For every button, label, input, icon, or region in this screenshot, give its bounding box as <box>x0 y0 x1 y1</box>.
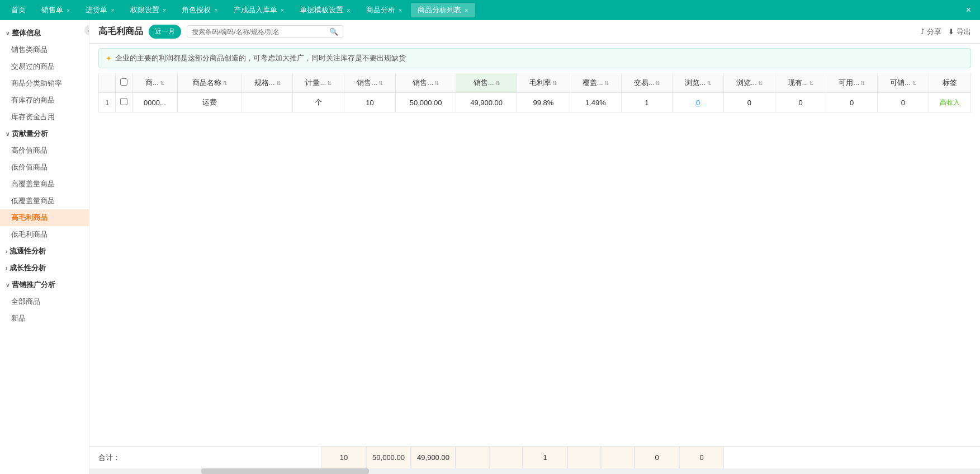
sort-icon-browse1: ⇅ <box>707 80 711 86</box>
sort-icon-sales-cost: ⇅ <box>495 80 500 86</box>
sort-icon-browse2: ⇅ <box>758 80 763 86</box>
col-sort-spec[interactable]: 规格... ⇅ <box>254 78 281 88</box>
sidebar-item-traded-goods[interactable]: 交易过的商品 <box>0 58 89 75</box>
cell-browse1[interactable]: 0 <box>673 93 724 112</box>
export-button[interactable]: ⬇ 导出 <box>948 27 971 37</box>
sidebar-item-high-coverage-goods[interactable]: 高覆盖量商品 <box>0 176 89 193</box>
sidebar-group-growth[interactable]: › 成长性分析 <box>0 260 89 276</box>
sidebar-item-high-value-goods[interactable]: 高价值商品 <box>0 142 89 159</box>
close-purchase-tab[interactable]: × <box>111 7 114 13</box>
filter-recent-month-button[interactable]: 近一月 <box>149 25 181 39</box>
horizontal-scrollbar[interactable] <box>89 468 980 474</box>
share-button[interactable]: ⤴ 分享 <box>921 27 941 37</box>
col-sort-browse2[interactable]: 浏览... ⇅ <box>736 78 763 88</box>
sidebar-group-growth-arrow: › <box>6 265 7 271</box>
col-sort-coverage[interactable]: 覆盖... ⇅ <box>583 78 609 88</box>
close-roles-tab[interactable]: × <box>214 7 217 13</box>
sidebar-item-category-sales-rate[interactable]: 商品分类助销率 <box>0 75 89 92</box>
table-row: 1 0000... 运费 <box>99 93 971 112</box>
col-header-browse1: 浏览... ⇅ <box>673 73 724 93</box>
col-header-browse2: 浏览... ⇅ <box>723 73 775 93</box>
select-all-checkbox[interactable] <box>120 78 127 86</box>
col-sort-sales-cost[interactable]: 销售... ⇅ <box>474 78 500 88</box>
col-header-name: 商品名称 ⇅ <box>177 73 242 93</box>
cell-coverage: 1.49% <box>570 93 621 112</box>
scrollbar-thumb[interactable] <box>201 468 369 474</box>
sidebar-item-low-value-goods[interactable]: 低价值商品 <box>0 159 89 176</box>
sort-icon-sales-qty: ⇅ <box>378 80 383 86</box>
sort-icon-spec: ⇅ <box>276 80 281 86</box>
cell-checkbox <box>116 93 132 112</box>
sidebar-item-high-margin-goods[interactable]: 高毛利商品 <box>0 209 89 226</box>
sidebar-item-sales-goods[interactable]: 销售类商品 <box>0 41 89 58</box>
close-all-tabs-button[interactable]: × <box>962 5 976 15</box>
nav-tab-purchase[interactable]: 进货单 × <box>79 3 121 17</box>
header-actions: ⤴ 分享 ⬇ 导出 <box>921 27 971 37</box>
nav-tab-template[interactable]: 单据模板设置 × <box>293 3 357 17</box>
row-checkbox[interactable] <box>120 98 127 105</box>
footer-bar: 合计： 10 50,000.00 49,900.00 1 <box>89 446 980 468</box>
search-input[interactable] <box>192 28 327 36</box>
nav-tab-sales[interactable]: 销售单 × <box>35 3 77 17</box>
close-goods-analysis-tab[interactable]: × <box>399 7 402 13</box>
col-sort-gross-margin[interactable]: 毛利率 ⇅ <box>529 78 557 88</box>
cell-code: 0000... <box>132 93 178 112</box>
close-inbound-tab[interactable]: × <box>281 7 284 13</box>
footer-cell-empty4 <box>601 447 635 469</box>
sidebar-item-all-goods[interactable]: 全部商品 <box>0 293 89 310</box>
col-sort-sales-amount[interactable]: 销售... ⇅ <box>413 78 439 88</box>
close-goods-analysis-list-tab[interactable]: × <box>465 7 468 13</box>
sort-icon-coverage: ⇅ <box>604 80 609 86</box>
sidebar-item-new-goods[interactable]: 新品 <box>0 310 89 327</box>
cell-sales-qty: 10 <box>344 93 396 112</box>
sidebar-group-liquidity-arrow: › <box>6 248 7 255</box>
col-sort-transaction[interactable]: 交易... ⇅ <box>634 78 660 88</box>
col-header-current-stock: 现有... ⇅ <box>775 73 826 93</box>
sidebar-group-overall[interactable]: ∨ 整体信息 <box>0 25 89 41</box>
col-sort-sellable-stock[interactable]: 可销... ⇅ <box>890 78 916 88</box>
footer-cell-empty1 <box>456 447 489 469</box>
col-header-spec: 规格... ⇅ <box>242 73 293 93</box>
col-sort-code[interactable]: 商... ⇅ <box>145 78 164 88</box>
col-sort-current-stock[interactable]: 现有... ⇅ <box>788 78 814 88</box>
sidebar-group-marketing[interactable]: ∨ 营销推广分析 <box>0 276 89 293</box>
nav-tab-goods-analysis-list[interactable]: 商品分析列表 × <box>411 3 475 17</box>
cell-sellable-stock: 0 <box>878 93 929 112</box>
nav-tab-home[interactable]: 首页 <box>4 3 32 17</box>
cell-available-stock: 0 <box>826 93 878 112</box>
footer-cell-transaction: 1 <box>523 447 567 469</box>
nav-tab-roles[interactable]: 角色授权 × <box>175 3 224 17</box>
table-container: 商... ⇅ 商品名称 ⇅ 规格... <box>98 73 971 446</box>
col-header-sales-cost: 销售... ⇅ <box>456 73 517 93</box>
col-sort-available-stock[interactable]: 可用... ⇅ <box>839 78 865 88</box>
col-header-sales-amount: 销售... ⇅ <box>395 73 456 93</box>
col-header-coverage: 覆盖... ⇅ <box>570 73 621 93</box>
sidebar-item-in-stock-goods[interactable]: 有库存的商品 <box>0 92 89 109</box>
content-header: 高毛利商品 近一月 🔍 ⤴ 分享 ⬇ 导出 <box>89 20 980 44</box>
close-permissions-tab[interactable]: × <box>163 7 166 13</box>
col-header-sales-qty: 销售... ⇅ <box>344 73 396 93</box>
col-sort-browse1[interactable]: 浏览... ⇅ <box>685 78 711 88</box>
nav-tab-goods-analysis[interactable]: 商品分析 × <box>359 3 409 17</box>
sidebar-item-low-margin-goods[interactable]: 低毛利商品 <box>0 226 89 243</box>
close-sales-tab[interactable]: × <box>67 7 70 13</box>
col-sort-name[interactable]: 商品名称 ⇅ <box>192 78 227 88</box>
search-icon[interactable]: 🔍 <box>329 27 338 36</box>
cell-sales-amount: 50,000.00 <box>395 93 456 112</box>
sort-icon-available-stock: ⇅ <box>860 80 865 86</box>
main-layout: « ∨ 整体信息 销售类商品 交易过的商品 商品分类助销率 有库存的商品 库存资… <box>0 20 980 474</box>
col-sort-unit[interactable]: 计量... ⇅ <box>305 78 332 88</box>
sort-icon-name: ⇅ <box>222 80 227 86</box>
close-template-tab[interactable]: × <box>347 7 350 13</box>
col-sort-sales-qty[interactable]: 销售... ⇅ <box>357 78 383 88</box>
sidebar-item-low-coverage-goods[interactable]: 低覆盖量商品 <box>0 193 89 209</box>
nav-tab-inbound[interactable]: 产成品入库单 × <box>227 3 291 17</box>
footer-cell-available-stock: 0 <box>679 447 724 469</box>
nav-tab-permissions[interactable]: 权限设置 × <box>124 3 173 17</box>
col-header-transaction: 交易... ⇅ <box>621 73 673 93</box>
sidebar-group-liquidity[interactable]: › 流通性分析 <box>0 243 89 260</box>
footer-cell-current-stock: 0 <box>635 447 679 469</box>
sidebar-item-inventory-capital[interactable]: 库存资金占用 <box>0 109 89 125</box>
sidebar-group-contribution[interactable]: ∨ 贡献量分析 <box>0 125 89 142</box>
cell-name: 运费 <box>177 93 242 112</box>
